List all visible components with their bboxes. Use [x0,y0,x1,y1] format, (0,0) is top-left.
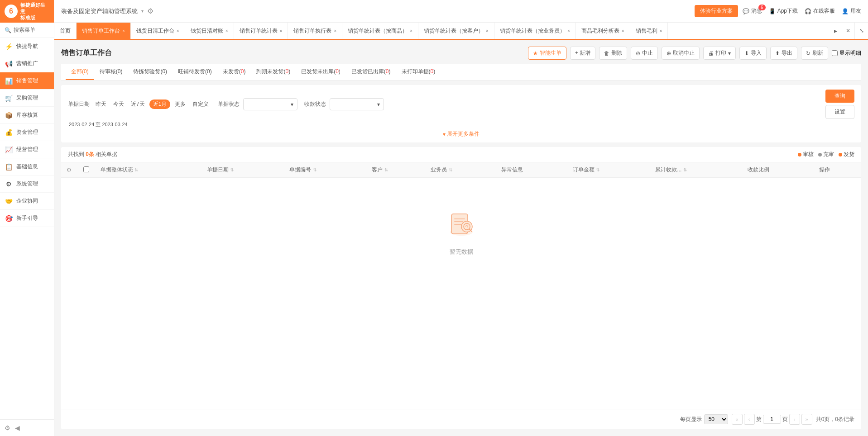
col-settings[interactable]: ⚙ [61,162,77,178]
show-details-label[interactable]: 显示明细 [832,49,861,57]
sub-tab-pending-inspect[interactable]: 待拣货验货(0) [128,64,173,80]
tab-sales-by-product[interactable]: 销货单统计表（按商品）× [342,23,418,39]
online-service-btn[interactable]: 🎧 在线客服 [805,7,835,15]
expand-btn[interactable]: ▾ 展开更多条件 [443,130,480,138]
last-page-btn[interactable]: » [801,414,812,425]
import-btn[interactable]: ⬇ 导入 [739,47,767,60]
topbar-dropdown-icon[interactable]: ▾ [141,9,144,14]
tab-close-sales-exec[interactable]: × [334,28,336,33]
sidebar-collapse-btn[interactable]: ◀ [15,424,20,431]
sub-tab-wangpu-pending[interactable]: 旺铺待发货(0) [173,64,217,80]
cancel-stop-btn[interactable]: ⊕ 取消中止 [662,47,700,60]
sidebar-item-system[interactable]: ⚙系统管理 [0,175,54,193]
tab-close-cash-daily[interactable]: × [177,28,179,33]
sidebar-item-finance[interactable]: 💰资金管理 [0,124,54,141]
date-option-更多[interactable]: 更多 [173,100,188,109]
sub-tab-pending-review[interactable]: 待审核(0) [94,64,128,80]
solution-btn[interactable]: 体验行业方案 [695,5,738,17]
tab-sales-exec[interactable]: 销售订单执行表× [288,23,342,39]
prev-page-btn[interactable]: ‹ [744,414,755,425]
refresh-icon: ↻ [806,50,810,57]
sub-tab-shipped-not-out[interactable]: 已发货未出库(0) [296,64,346,80]
filter-row: 单据日期 昨天今天近7天近1月更多自定义 单据状态 ▾ 收款状态 [68,90,854,119]
tab-close-gross-margin[interactable]: × [622,28,624,33]
delete-btn[interactable]: 🗑 删除 [599,47,627,60]
tab-close-sales-by-staff[interactable]: × [567,28,570,33]
col-checkbox[interactable] [77,162,95,178]
smart-create-btn[interactable]: ★ 智能生单 [528,47,566,60]
sidebar-item-sales[interactable]: 📊销售管理 [0,72,54,90]
print-btn[interactable]: 🖨 打印 ▾ [703,47,736,60]
sidebar-settings-btn[interactable]: ⚙ [5,424,10,431]
tab-gross-margin[interactable]: 商品毛利分析表× [576,23,630,39]
sort-received-icon[interactable]: ⇅ [683,167,687,172]
select-all-checkbox[interactable] [83,166,89,172]
sub-tab-all[interactable]: 全部(0) [66,64,94,80]
sub-tab-expired-unshipped[interactable]: 到期未发货(0) [251,64,296,80]
page-number-input[interactable] [763,415,781,424]
quick-action-unreviewed[interactable]: 充审 [818,151,834,158]
sidebar-search[interactable]: 🔍 搜索菜单 [0,23,54,38]
tab-sales-stats[interactable]: 销售订单统计表× [234,23,288,39]
tab-sales-profit[interactable]: 销售毛利× [630,23,668,39]
sidebar-item-basic-info[interactable]: 📋基础信息 [0,158,54,175]
tab-sales-order-workbench[interactable]: 销售订单工作台× [77,23,131,39]
sidebar-nav: ⚡快捷导航📢营销推广📊销售管理🛒采购管理📦库存核算💰资金管理📈经营管理📋基础信息… [0,38,54,227]
sidebar-item-guide[interactable]: 🎯新手引导 [0,210,54,227]
tab-cash-reconcile[interactable]: 钱货日清对账× [185,23,234,39]
payment-select[interactable]: ▾ [330,98,384,110]
first-page-btn[interactable]: « [732,414,743,425]
filter-settings-btn[interactable]: 设置 [825,105,854,119]
tab-close-all-btn[interactable]: ✕ [841,23,854,39]
date-option-近7天[interactable]: 近7天 [129,100,147,109]
date-option-昨天[interactable]: 昨天 [93,100,109,109]
tab-expand-btn[interactable]: ⤡ [854,23,868,39]
sidebar-item-inventory[interactable]: 📦库存核算 [0,107,54,124]
tab-home[interactable]: 首页 [54,23,77,39]
sub-tab-unshipped[interactable]: 未发货(0) [217,64,251,80]
tab-close-cash-reconcile[interactable]: × [225,28,228,33]
next-page-btn[interactable]: › [789,414,800,425]
sort-date-icon[interactable]: ⇅ [230,167,234,172]
status-select[interactable]: ▾ [243,98,297,110]
tab-close-sales-by-customer[interactable]: × [486,28,489,33]
query-btn[interactable]: 查询 [825,90,854,103]
sub-tab-shipped-out[interactable]: 已发货已出库(0) [346,64,396,80]
refresh-btn[interactable]: ↻ 刷新 [801,47,828,60]
add-btn[interactable]: + 新增 [570,47,595,60]
quick-action-ship[interactable]: 发货 [839,151,854,158]
date-option-近1月[interactable]: 近1月 [149,100,171,109]
sidebar-item-quick-nav[interactable]: ⚡快捷导航 [0,38,54,55]
quick-nav-icon: ⚡ [5,43,13,50]
tab-sales-by-staff[interactable]: 销货单统计表（按业务员）× [494,23,576,39]
sort-customer-icon[interactable]: ⇅ [384,167,388,172]
tab-cash-daily[interactable]: 钱货日清工作台× [131,23,185,39]
date-option-今天[interactable]: 今天 [111,100,126,109]
quick-action-review[interactable]: 审核 [798,151,814,158]
user-btn[interactable]: 👤 用友 [842,7,861,15]
sidebar-item-marketing[interactable]: 📢营销推广 [0,55,54,72]
sidebar-item-purchase[interactable]: 🛒采购管理 [0,90,54,107]
sidebar-item-operations[interactable]: 📈经营管理 [0,141,54,158]
sub-tab-unprinted[interactable]: 未打印单据(0) [396,64,441,80]
app-download-btn[interactable]: 📱 App下载 [769,7,798,15]
page-size-select[interactable]: 50 10 20 100 [704,414,728,424]
tab-close-sales-order-workbench[interactable]: × [122,28,125,33]
sort-status-icon[interactable]: ⇅ [134,167,138,172]
topbar-settings-icon[interactable]: ⚙ [147,7,153,15]
sort-staff-icon[interactable]: ⇅ [449,167,452,172]
message-btn[interactable]: 💬 消息 6 [743,7,762,15]
tab-sales-by-customer[interactable]: 销货单统计表（按客户）× [418,23,494,39]
export-btn[interactable]: ⬆ 导出 [770,47,797,60]
show-details-checkbox[interactable] [832,50,838,56]
sidebar-item-label-enterprise: 企业协同 [16,197,38,205]
sort-number-icon[interactable]: ⇅ [313,167,317,172]
tab-more-btn[interactable]: ▸ [830,23,841,39]
date-option-自定义[interactable]: 自定义 [190,100,211,109]
stop-btn[interactable]: ⊘ 中止 [631,47,658,60]
tab-close-sales-stats[interactable]: × [280,28,283,33]
sort-amount-icon[interactable]: ⇅ [596,167,599,172]
tab-close-sales-by-product[interactable]: × [410,28,412,33]
tab-close-sales-profit[interactable]: × [660,28,662,33]
sidebar-item-enterprise[interactable]: 🤝企业协同 [0,193,54,210]
